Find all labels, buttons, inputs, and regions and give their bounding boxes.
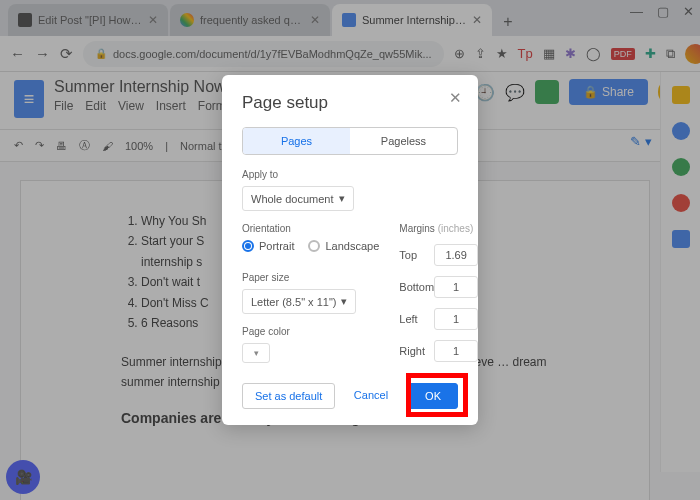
- ok-button[interactable]: OK: [408, 383, 458, 409]
- tab-pageless[interactable]: Pageless: [350, 128, 457, 154]
- margins-hint: (inches): [438, 223, 474, 234]
- chevron-down-icon: ▾: [339, 192, 345, 205]
- dialog-title: Page setup: [242, 93, 458, 113]
- paper-size-select[interactable]: Letter (8.5" x 11") ▾: [242, 289, 356, 314]
- margin-bottom-input[interactable]: [434, 276, 478, 298]
- radio-on-icon: [242, 240, 254, 252]
- margin-bottom-label: Bottom: [399, 281, 434, 293]
- chevron-down-icon: ▾: [254, 348, 259, 358]
- margin-right-label: Right: [399, 345, 425, 357]
- modal-overlay: Page setup ✕ Pages Pageless Apply to Who…: [0, 0, 700, 500]
- page-setup-dialog: Page setup ✕ Pages Pageless Apply to Who…: [222, 75, 478, 425]
- margin-left-label: Left: [399, 313, 417, 325]
- dialog-tabs: Pages Pageless: [242, 127, 458, 155]
- chevron-down-icon: ▾: [341, 295, 347, 308]
- orientation-portrait-radio[interactable]: Portrait: [242, 240, 294, 252]
- tab-pages[interactable]: Pages: [243, 128, 350, 154]
- page-color-label: Page color: [242, 326, 379, 337]
- orientation-landscape-radio[interactable]: Landscape: [308, 240, 379, 252]
- page-color-select[interactable]: ▾: [242, 343, 270, 363]
- margins-label: Margins: [399, 223, 435, 234]
- apply-to-label: Apply to: [242, 169, 458, 180]
- apply-to-select[interactable]: Whole document ▾: [242, 186, 354, 211]
- orientation-label: Orientation: [242, 223, 379, 234]
- margin-top-input[interactable]: [434, 244, 478, 266]
- close-icon[interactable]: ✕: [449, 89, 462, 107]
- set-as-default-button[interactable]: Set as default: [242, 383, 335, 409]
- margin-top-label: Top: [399, 249, 417, 261]
- margin-right-input[interactable]: [434, 340, 478, 362]
- paper-size-label: Paper size: [242, 272, 379, 283]
- radio-off-icon: [308, 240, 320, 252]
- margin-left-input[interactable]: [434, 308, 478, 330]
- cancel-button[interactable]: Cancel: [342, 383, 400, 409]
